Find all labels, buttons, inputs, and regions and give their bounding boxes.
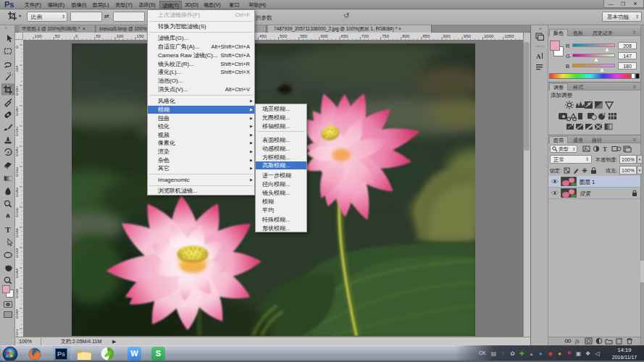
svg-text:1000: 1000 [484,34,494,38]
svg-text:950: 950 [464,34,472,38]
svg-text:100: 100 [116,34,124,38]
svg-text:0: 0 [16,132,18,137]
svg-text:0: 0 [16,254,18,258]
svg-text:1050: 1050 [504,34,514,38]
svg-text:100: 100 [35,34,43,38]
svg-text:750: 750 [382,34,390,38]
svg-text:fx: fx [575,338,580,345]
svg-text:0: 0 [16,173,18,177]
svg-text:0: 0 [16,214,18,218]
svg-text:800: 800 [402,34,410,38]
svg-text:600: 600 [320,34,328,38]
svg-text:T: T [603,146,607,153]
svg-text:500: 500 [280,34,288,38]
svg-text:0: 0 [16,68,18,72]
svg-text:0: 0 [16,234,18,238]
svg-text:50: 50 [96,34,101,38]
svg-text:0: 0 [16,295,18,299]
svg-text:0: 0 [16,193,18,198]
svg-text:700: 700 [361,34,369,38]
svg-text:A: A [536,53,541,60]
svg-text:0: 0 [16,274,18,279]
svg-text:650: 650 [341,34,349,38]
svg-text:150: 150 [137,34,145,38]
svg-text:850: 850 [422,34,430,38]
svg-text:0: 0 [16,45,18,49]
svg-text:50: 50 [55,34,60,38]
svg-text:550: 550 [300,34,308,38]
svg-text:900: 900 [443,34,451,38]
svg-text:0: 0 [16,315,18,319]
svg-text:450: 450 [259,34,267,38]
svg-text:T: T [5,225,11,234]
svg-text:0: 0 [16,92,18,96]
svg-text:0: 0 [16,153,18,157]
svg-text:0: 0 [16,112,18,117]
